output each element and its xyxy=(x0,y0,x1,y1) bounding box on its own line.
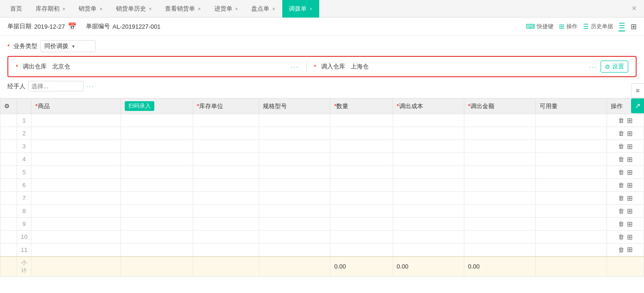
tab-inventory-check[interactable]: 盘点单 × xyxy=(245,0,282,18)
toolbar-right: ⌨ 快捷键 ⊞ 操作 ☰ 历史单据 ☰ ⊞ xyxy=(526,21,637,31)
delete-row-icon[interactable]: 🗑 xyxy=(618,130,624,137)
tab-sales-order[interactable]: 销货单 × xyxy=(72,0,109,18)
row-gear-cell xyxy=(0,192,17,205)
row-spec-cell xyxy=(259,179,330,192)
row-product-cell[interactable] xyxy=(31,192,121,205)
row-product-cell[interactable] xyxy=(31,179,121,192)
copy-row-icon[interactable]: ⊞ xyxy=(627,245,633,254)
row-product-cell[interactable] xyxy=(31,153,121,166)
row-op-cell: 🗑 ⊞ xyxy=(607,179,644,192)
row-num-cell: 1 xyxy=(17,114,31,127)
tab-close-inventory-check[interactable]: × xyxy=(272,6,275,12)
row-amount-cell xyxy=(464,231,535,244)
row-product-cell[interactable] xyxy=(31,114,121,127)
row-gear-cell xyxy=(0,140,17,153)
shortcuts-button[interactable]: ⌨ 快捷键 xyxy=(526,23,553,31)
row-product-cell[interactable] xyxy=(31,127,121,140)
copy-row-icon[interactable]: ⊞ xyxy=(627,142,633,151)
number-field: 单据编号 AL-20191227-001 xyxy=(86,22,161,31)
business-type-select[interactable]: 同价调拨 ▾ xyxy=(40,40,96,52)
tab-inventory-init[interactable]: 库存期初 × xyxy=(29,0,72,18)
tab-close-view-sales[interactable]: × xyxy=(198,6,200,12)
row-product-cell[interactable] xyxy=(31,205,121,218)
transfer-table: ⚙ *商品 扫码录入 *库存单位 规格型号 *数量 *调出成本 xyxy=(0,98,644,277)
row-scan-cell xyxy=(121,140,193,153)
copy-row-icon[interactable]: ⊞ xyxy=(627,168,633,177)
row-product-cell[interactable] xyxy=(31,140,121,153)
side-list-button[interactable]: ≡ xyxy=(631,83,644,98)
copy-row-icon[interactable]: ⊞ xyxy=(627,194,633,202)
copy-row-icon[interactable]: ⊞ xyxy=(627,129,633,138)
warehouse-in-field: * 调入仓库 上海仓 ··· xyxy=(314,62,597,71)
row-num-cell: 6 xyxy=(17,179,31,192)
row-spec-cell xyxy=(259,153,330,166)
out-warehouse-more[interactable]: ··· xyxy=(291,63,299,70)
row-product-cell[interactable] xyxy=(31,218,121,231)
row-scan-cell xyxy=(121,153,193,166)
row-avail-cell xyxy=(535,114,607,127)
settings-button[interactable]: ⚙ 设置 xyxy=(601,61,628,73)
row-num-cell: 10 xyxy=(17,231,31,244)
window-close-button[interactable]: × xyxy=(628,4,640,13)
in-warehouse-more[interactable]: ··· xyxy=(589,63,597,70)
list-view-button[interactable]: ☰ xyxy=(619,21,625,31)
delete-row-icon[interactable]: 🗑 xyxy=(618,169,624,176)
copy-row-icon[interactable]: ⊞ xyxy=(627,220,633,228)
tab-close-purchase[interactable]: × xyxy=(235,6,238,12)
table-row: 1 🗑 ⊞ xyxy=(0,114,644,127)
tab-close-sales-history[interactable]: × xyxy=(149,6,152,12)
tab-close-sales-order[interactable]: × xyxy=(99,6,102,12)
delete-row-icon[interactable]: 🗑 xyxy=(618,117,624,124)
tab-purchase[interactable]: 进货单 × xyxy=(208,0,245,18)
tab-home[interactable]: 首页 xyxy=(4,0,29,18)
row-spec-cell xyxy=(259,114,330,127)
date-field: 单据日期 2019-12-27 📅 xyxy=(7,22,77,31)
row-unit-cell xyxy=(193,140,259,153)
delete-row-icon[interactable]: 🗑 xyxy=(618,156,624,163)
row-scan-cell xyxy=(121,179,193,192)
row-amount-cell xyxy=(464,192,535,205)
delete-row-icon[interactable]: 🗑 xyxy=(618,220,624,227)
row-num-cell: 8 xyxy=(17,205,31,218)
table-row: 7 🗑 ⊞ xyxy=(0,192,644,205)
tab-close-transfer[interactable]: × xyxy=(310,6,312,12)
col-header-gear[interactable]: ⚙ xyxy=(0,98,17,114)
row-amount-cell xyxy=(464,140,535,153)
copy-row-icon[interactable]: ⊞ xyxy=(627,116,633,125)
row-product-cell[interactable] xyxy=(31,244,121,256)
row-op-cell: 🗑 ⊞ xyxy=(607,166,644,179)
tab-view-sales[interactable]: 查看销货单 × xyxy=(158,0,207,18)
operations-button[interactable]: ⊞ 操作 xyxy=(559,23,577,31)
required-star: * xyxy=(7,43,10,50)
tab-close-inventory-init[interactable]: × xyxy=(62,6,65,12)
out-warehouse-label: 调出仓库 xyxy=(23,62,47,71)
calendar-icon[interactable]: 📅 xyxy=(68,22,77,31)
row-product-cell[interactable] xyxy=(31,166,121,179)
tab-transfer[interactable]: 调拨单 × xyxy=(282,0,319,18)
delete-row-icon[interactable]: 🗑 xyxy=(618,182,624,189)
copy-row-icon[interactable]: ⊞ xyxy=(627,181,633,189)
date-label: 单据日期 xyxy=(7,22,31,31)
tab-sales-history[interactable]: 销货单历史 × xyxy=(109,0,158,18)
row-spec-cell xyxy=(259,244,330,256)
handler-more[interactable]: ··· xyxy=(86,83,94,90)
history-button[interactable]: ☰ 历史单据 xyxy=(583,23,613,31)
scan-button[interactable]: 扫码录入 xyxy=(125,101,154,111)
row-product-cell[interactable] xyxy=(31,231,121,244)
warehouse-box: * 调出仓库 北京仓 ··· * 调入仓库 上海仓 ··· ⚙ 设置 xyxy=(7,56,637,77)
side-export-button[interactable]: ↗ xyxy=(631,98,644,113)
handler-input[interactable] xyxy=(28,81,84,92)
row-num-cell: 5 xyxy=(17,166,31,179)
grid-view-icon: ⊞ xyxy=(631,22,637,31)
delete-row-icon[interactable]: 🗑 xyxy=(618,195,624,201)
row-spec-cell xyxy=(259,140,330,153)
copy-row-icon[interactable]: ⊞ xyxy=(627,233,633,241)
list-view-icon: ☰ xyxy=(619,21,625,30)
delete-row-icon[interactable]: 🗑 xyxy=(618,233,624,240)
copy-row-icon[interactable]: ⊞ xyxy=(627,207,633,215)
grid-view-button[interactable]: ⊞ xyxy=(631,22,637,31)
copy-row-icon[interactable]: ⊞ xyxy=(627,155,633,164)
delete-row-icon[interactable]: 🗑 xyxy=(618,143,624,150)
delete-row-icon[interactable]: 🗑 xyxy=(618,246,624,253)
delete-row-icon[interactable]: 🗑 xyxy=(618,208,624,214)
